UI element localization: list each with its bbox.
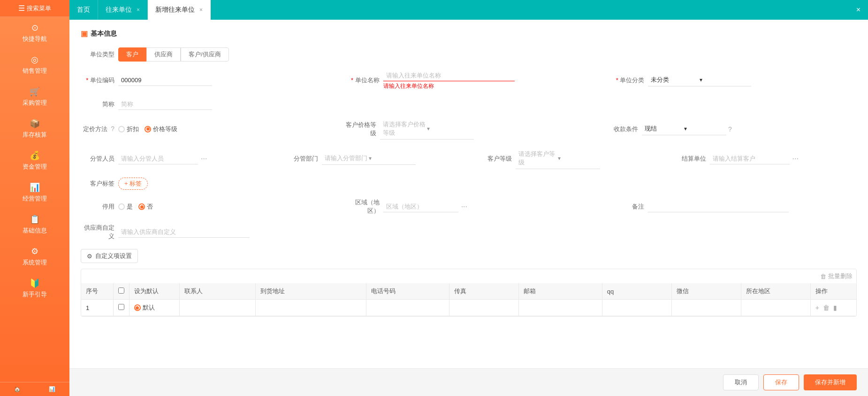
department-placeholder: 请输入分管部门 [325, 154, 369, 163]
cell-region[interactable] [741, 300, 810, 316]
email-input[interactable] [524, 304, 571, 311]
cell-phone[interactable] [366, 300, 449, 316]
table-row: 1 默认 [81, 300, 856, 316]
unit-category-value: 未分类 [651, 76, 700, 84]
payment-terms-help-icon[interactable]: ? [728, 125, 732, 133]
remark-input[interactable] [648, 201, 789, 212]
disable-radio-no[interactable]: 否 [138, 202, 153, 211]
unit-btn-both[interactable]: 客户/供应商 [181, 47, 229, 62]
supplier-custom-row: 供应商自定义 [81, 224, 857, 241]
section-title-text: 基本信息 [91, 30, 117, 38]
pricing-help-icon[interactable]: ? [111, 125, 114, 132]
customer-price-segment: 客户价格等级 请选择客户价格等级 ▾ [343, 118, 595, 140]
purchase-icon: 🛒 [30, 86, 40, 97]
col-checkbox[interactable] [113, 283, 129, 300]
customer-level-select[interactable]: 请选择客户等级 ▾ [516, 148, 600, 169]
sidebar-search-label[interactable]: 搜索菜单 [27, 4, 51, 13]
phone-input[interactable] [371, 304, 418, 311]
cell-qq[interactable] [602, 300, 671, 316]
sidebar-item-quick-nav[interactable]: ⊙ 快捷导航 [0, 17, 69, 49]
tab-new-partner[interactable]: 新增往来单位 × [148, 0, 211, 20]
customer-price-select[interactable]: 请选择客户价格等级 ▾ [380, 118, 474, 140]
settlement-segment: 结算单位 ··· [672, 153, 857, 164]
sidebar-item-guide[interactable]: 🔰 新手引导 [0, 272, 69, 304]
remark-label: 备注 [610, 202, 648, 211]
region-input[interactable] [383, 201, 458, 212]
custom-settings-button[interactable]: ⚙ 自定义项设置 [81, 249, 138, 263]
row-default-radio[interactable]: 默认 [134, 303, 175, 312]
qq-input[interactable] [607, 304, 645, 311]
sidebar-bottom-home[interactable]: 🏠 [14, 386, 21, 392]
customer-price-placeholder: 请选择客户价格等级 [383, 120, 427, 137]
row-checkbox[interactable] [118, 304, 124, 310]
contact-input[interactable] [184, 304, 227, 311]
select-all-checkbox[interactable] [118, 287, 124, 294]
custom-settings-label: 自定义项设置 [95, 252, 132, 260]
save-button[interactable]: 保存 [763, 374, 799, 390]
sidebar-bottom-stats[interactable]: 📊 [49, 386, 55, 392]
abbr-segment: 简称 [81, 99, 857, 110]
department-select[interactable]: 请输入分管部门 ▾ [322, 152, 416, 165]
sidebar-item-finance[interactable]: 💰 资金管理 [0, 145, 69, 177]
cell-delivery[interactable] [256, 300, 366, 316]
cell-email[interactable] [519, 300, 602, 316]
manager-ellipsis-btn[interactable]: ··· [198, 155, 210, 163]
sidebar-search[interactable]: ☰ 搜索菜单 [0, 0, 69, 17]
tab-home[interactable]: 首页 [69, 0, 98, 20]
unit-name-field-group: 请输入往来单位名称 [383, 70, 515, 90]
tab-partner-close[interactable]: × [137, 7, 140, 13]
unit-btn-supplier[interactable]: 供应商 [146, 47, 181, 62]
sidebar-item-base-info[interactable]: 📋 基础信息 [0, 209, 69, 241]
region-table-input[interactable] [746, 304, 784, 311]
section-basic-info: ▣ 基本信息 [81, 29, 857, 38]
disable-radio-yes[interactable]: 是 [118, 202, 133, 211]
row-scrollbar[interactable]: ▮ [833, 304, 837, 311]
manager-input[interactable] [118, 153, 198, 164]
unit-name-segment: 单位名称 请输入往来单位名称 [346, 70, 592, 90]
cell-fax[interactable] [449, 300, 519, 316]
pricing-radio-price-level-circle [145, 126, 151, 132]
cancel-button[interactable]: 取消 [723, 374, 759, 390]
department-segment: 分管部门 请输入分管部门 ▾ [284, 152, 469, 165]
col-region: 所在地区 [741, 283, 810, 300]
unit-code-label: 单位编码 [81, 76, 118, 85]
sidebar-item-sales[interactable]: ◎ 销售管理 [0, 49, 69, 81]
save-new-button[interactable]: 保存并新增 [804, 374, 857, 390]
cell-checkbox[interactable] [113, 300, 129, 316]
base-info-icon: 📋 [30, 214, 40, 225]
unit-btn-customer[interactable]: 客户 [118, 47, 146, 62]
batch-delete-button[interactable]: 🗑 批量删除 [820, 272, 853, 280]
tab-close-all[interactable]: × [849, 0, 868, 20]
customer-level-label: 客户等级 [478, 155, 516, 163]
sidebar-item-inventory[interactable]: 📦 库存核算 [0, 113, 69, 145]
cell-wechat[interactable] [671, 300, 741, 316]
sidebar-item-system[interactable]: ⚙ 系统管理 [0, 241, 69, 272]
unit-category-segment: 单位分类 未分类 ▾ [610, 74, 857, 86]
unit-category-select[interactable]: 未分类 ▾ [648, 74, 751, 86]
tab-new-partner-close[interactable]: × [199, 7, 203, 13]
pricing-radio-price-level[interactable]: 价格等级 [145, 125, 177, 133]
delivery-input[interactable] [260, 304, 326, 311]
abbr-input[interactable] [118, 99, 212, 110]
region-ellipsis-btn[interactable]: ··· [458, 202, 470, 211]
supplier-custom-input[interactable] [118, 226, 250, 238]
wechat-input[interactable] [677, 304, 714, 311]
settlement-input[interactable] [710, 153, 790, 164]
tag-add-button[interactable]: + 标签 [118, 178, 148, 190]
sidebar-item-label: 新手引导 [23, 290, 47, 299]
inventory-icon: 📦 [30, 118, 40, 129]
unit-name-input[interactable] [383, 70, 515, 81]
fax-input[interactable] [454, 304, 492, 311]
sidebar-item-operations[interactable]: 📊 经营管理 [0, 177, 69, 209]
add-row-icon[interactable]: + [815, 304, 819, 311]
cell-contact[interactable] [179, 300, 256, 316]
delete-row-icon[interactable]: 🗑 [823, 304, 830, 311]
sidebar-item-label: 资金管理 [23, 163, 47, 171]
tab-partner[interactable]: 往来单位 × [98, 0, 148, 20]
unit-code-input[interactable] [118, 75, 212, 86]
sidebar-item-purchase[interactable]: 🛒 采购管理 [0, 81, 69, 113]
unit-category-label: 单位分类 [610, 76, 648, 85]
payment-terms-select[interactable]: 现结 ▾ [642, 123, 726, 135]
settlement-ellipsis-btn[interactable]: ··· [790, 155, 801, 163]
pricing-radio-discount[interactable]: 折扣 [118, 125, 139, 133]
